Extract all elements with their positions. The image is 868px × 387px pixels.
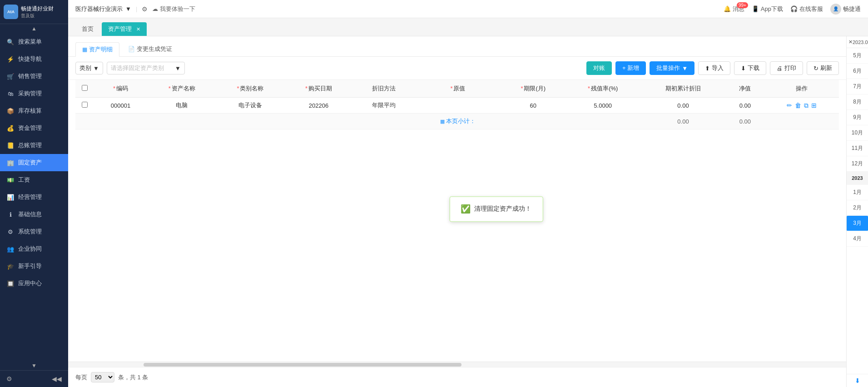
sidebar-item-guide[interactable]: 🎓 新手引导 (0, 258, 68, 275)
people-icon: 👥 (6, 245, 15, 253)
row-checkbox[interactable] (82, 102, 88, 108)
per-page-select[interactable]: 50 100 200 (91, 372, 114, 382)
edit-icon[interactable]: ✏ (787, 102, 792, 109)
download-button[interactable]: ⬇ 下载 (734, 61, 766, 75)
th-residual-rate: *残值率(%) (565, 80, 640, 98)
th-net-value: 净值 (726, 80, 764, 98)
table-row: 000001 电脑 电子设备 202206 年限平均 60 5.0000 0.0… (75, 98, 839, 114)
sidebar-scroll-down[interactable]: ▼ (0, 361, 68, 370)
export-button[interactable]: ⬆ 导入 (698, 61, 730, 75)
logo: AtA 畅捷通好业财 普及版 (0, 0, 68, 24)
month-item-2-2023[interactable]: 2月 (847, 200, 868, 216)
new-button[interactable]: + 新增 (615, 61, 646, 75)
horizontal-scrollbar[interactable] (68, 362, 846, 367)
sidebar-scroll-up[interactable]: ▲ (0, 24, 68, 33)
settings-icon[interactable]: ⚙ (6, 375, 12, 382)
row-original-value (415, 98, 501, 114)
bag-icon: 🛍 (6, 89, 15, 98)
month-item-10-2022[interactable]: 10月 (847, 125, 868, 141)
sidebar-item-label: 采购管理 (18, 89, 42, 98)
reconcile-button[interactable]: 对账 (586, 61, 612, 75)
subtab-voucher-gen[interactable]: 📄 变更生成凭证 (121, 42, 179, 56)
logo-badge: 普及版 (21, 13, 54, 19)
month-item-1-2023[interactable]: 1月 (847, 185, 868, 200)
sidebar-item-payroll[interactable]: 💵 工资 (0, 171, 68, 189)
tab-asset-mgmt[interactable]: 资产管理 ✕ (102, 22, 147, 36)
assets-table: *编码 *资产名称 *类别名称 *购买日期 折旧方法 *原值 *期限(月) *残… (75, 80, 839, 129)
month-item-6-2022[interactable]: 6月 (847, 64, 868, 79)
sidebar-item-label: 销售管理 (18, 72, 42, 80)
success-message: 清理固定资产成功！ (474, 205, 531, 213)
main-area: 医疗器械行业演示 ▼ | ⚙ ☁ 我要体验一下 🔔 消息 99+ 📱 App下载… (68, 0, 868, 387)
content-area: ▦ 资产明细 📄 变更生成凭证 类别 ▼ 请选择固定资产类别 ▼ (68, 36, 868, 387)
sidebar-item-finance[interactable]: 💰 资金管理 (0, 119, 68, 137)
subtotal-label: ▦ 本页小计： (440, 118, 476, 124)
sidebar-item-quicknav[interactable]: ⚡ 快捷导航 (0, 50, 68, 68)
pagination: 每页 50 100 200 条，共 1 条 (68, 367, 846, 387)
tab-home[interactable]: 首页 (75, 22, 100, 36)
print-icon: 🖨 (777, 65, 783, 72)
delete-icon[interactable]: 🗑 (795, 102, 801, 109)
subtab-asset-detail[interactable]: ▦ 资产明细 (75, 42, 119, 57)
tabs-bar: 首页 资产管理 ✕ (68, 18, 868, 36)
refresh-icon: ↻ (813, 65, 818, 72)
sidebar-item-search[interactable]: 🔍 搜索菜单 (0, 33, 68, 50)
row-category: 电子设备 (216, 98, 285, 114)
filter-placeholder: 请选择固定资产类别 (111, 64, 164, 72)
month-scroll-down[interactable]: ⬇ (847, 374, 868, 387)
th-period: *期限(月) (501, 80, 565, 98)
sidebar-item-ops[interactable]: 📊 经营管理 (0, 189, 68, 206)
topbar-separator: | (136, 5, 137, 12)
messages-button[interactable]: 🔔 消息 99+ (724, 5, 744, 13)
username: 畅捷通 (843, 5, 861, 13)
experience-link[interactable]: ☁ 我要体验一下 (152, 5, 195, 13)
logo-text: 畅捷通好业财 (21, 5, 54, 13)
box-icon: 📦 (6, 107, 15, 115)
category-filter[interactable]: 类别 ▼ (75, 62, 103, 74)
sidebar-item-fixed-assets[interactable]: 🏢 固定资产 (0, 154, 68, 171)
table-icon: ▦ (82, 46, 87, 53)
month-item-11-2022[interactable]: 11月 (847, 141, 868, 156)
month-item-7-2022[interactable]: 7月 (847, 79, 868, 94)
sidebar-item-inventory[interactable]: 📦 库存核算 (0, 102, 68, 119)
month-item-5-2022[interactable]: 5月 (847, 48, 868, 64)
user-profile[interactable]: 👤 畅捷通 (830, 4, 861, 15)
row-period: 60 (501, 98, 565, 114)
month-item-9-2022[interactable]: 9月 (847, 110, 868, 125)
sidebar-item-sales[interactable]: 🛒 销售管理 (0, 68, 68, 85)
toolbar-right: 对账 + 新增 批量操作 ▼ ⬆ 导入 ⬇ 下载 (586, 61, 839, 75)
sidebar-item-ledger[interactable]: 📒 总账管理 (0, 137, 68, 154)
select-all-checkbox[interactable] (82, 85, 88, 91)
sidebar-item-collab[interactable]: 👥 企业协同 (0, 240, 68, 258)
sidebar-item-system[interactable]: ⚙ 系统管理 (0, 223, 68, 240)
gear-icon: ⚙ (6, 228, 15, 236)
row-purchase-date: 202206 (284, 98, 353, 114)
collapse-icon[interactable]: ◀◀ (52, 375, 62, 382)
row-depr-method: 年限平均 (353, 98, 415, 114)
sidebar-item-purchase[interactable]: 🛍 采购管理 (0, 85, 68, 102)
month-item-12-2022[interactable]: 12月 (847, 156, 868, 172)
panel-close-icon[interactable]: ✕ (848, 39, 853, 45)
category-select[interactable]: 请选择固定资产类别 ▼ (107, 62, 185, 74)
more-icon[interactable]: ⊞ (811, 102, 817, 109)
refresh-button[interactable]: ↻ 刷新 (807, 61, 839, 75)
print-button[interactable]: 🖨 打印 (770, 61, 803, 75)
batch-button[interactable]: 批量操作 ▼ (650, 61, 694, 75)
topbar-right: 🔔 消息 99+ 📱 App下载 🎧 在线客服 👤 畅捷通 (724, 4, 861, 15)
sidebar-item-apps[interactable]: 🔲 应用中心 (0, 275, 68, 292)
online-service-button[interactable]: 🎧 在线客服 (790, 5, 823, 13)
settings-button[interactable]: ⚙ (142, 5, 148, 13)
month-item-4-2023[interactable]: 4月 (847, 231, 868, 247)
scroll-thumb[interactable] (144, 363, 461, 367)
copy-icon[interactable]: ⧉ (804, 102, 808, 109)
sidebar-item-basic-info[interactable]: ℹ 基础信息 (0, 206, 68, 223)
th-name: *资产名称 (148, 80, 216, 98)
month-item-3-2023[interactable]: 3月 (847, 216, 868, 231)
bell-icon: 🔔 (724, 5, 731, 12)
month-item-8-2022[interactable]: 8月 (847, 94, 868, 110)
th-accumulated-depr: 期初累计折旧 (640, 80, 726, 98)
company-selector[interactable]: 医疗器械行业演示 ▼ (75, 5, 131, 13)
app-download-button[interactable]: 📱 App下载 (752, 5, 783, 13)
chart-icon: 📊 (6, 193, 15, 201)
tab-close-icon[interactable]: ✕ (136, 26, 140, 32)
